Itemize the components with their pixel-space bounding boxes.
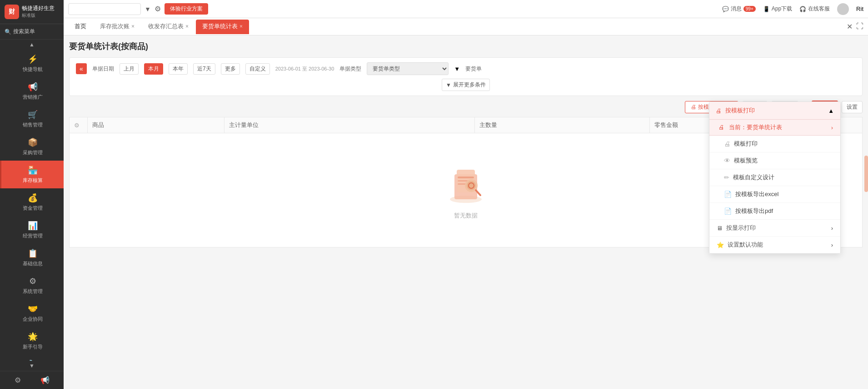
sidebar-item-label: 库存核算	[23, 177, 43, 184]
expand-more-label: 展开更多条件	[453, 81, 486, 89]
sidebar-item-operations[interactable]: 📊 经营管理	[0, 216, 64, 244]
dropdown-section-left: ⭐ 设置默认功能	[717, 241, 763, 249]
date-7days-btn[interactable]: 近7天	[193, 63, 215, 75]
export-pdf-icon: 📄	[724, 207, 732, 215]
basic-icon: 📋	[28, 248, 38, 258]
dropdown-item-export-excel[interactable]: 📄 按模板导出excel	[709, 186, 840, 203]
template-preview-label: 模板预览	[734, 157, 758, 165]
dropdown-item-template-print[interactable]: 🖨 模板打印	[709, 136, 840, 152]
online-service-item[interactable]: 🎧 在线客服	[799, 5, 830, 13]
topbar-search-input[interactable]	[68, 3, 141, 15]
current-item-inner: 🖨 当前：要货单统计表 ›	[718, 123, 833, 131]
phone-icon: 📱	[763, 6, 770, 12]
sidebar-item-sales[interactable]: 🛒 销售管理	[0, 105, 64, 133]
dropdown-chevron-up-icon[interactable]: ▲	[828, 107, 834, 114]
dropdown-item-set-default[interactable]: ⭐ 设置默认功能 ›	[709, 237, 840, 253]
filter-bar: « 单据日期 上月 本月 本年 近7天 更多 自定义 2023-06-01 至 …	[69, 57, 863, 96]
date-more-btn[interactable]: 更多	[221, 63, 240, 75]
sidebar-item-basic[interactable]: 📋 基础信息	[0, 244, 64, 272]
tab-order-summary-label: 要货单统计表	[202, 22, 238, 30]
messages-item[interactable]: 💬 消息 99+	[722, 5, 756, 13]
dropdown-item-left: ✏ 模板自定义设计	[724, 173, 774, 182]
topbar-gear-icon[interactable]: ⚙	[155, 5, 161, 13]
current-chevron-right-icon: ›	[831, 124, 833, 131]
settings-footer-icon[interactable]: ⚙	[15, 376, 21, 384]
print-icon: 🖨	[691, 104, 696, 110]
tab-inventory-batch-label: 库存批次账	[100, 22, 130, 30]
marketing-icon: 📢	[28, 82, 38, 92]
tab-inventory-batch-close[interactable]: ×	[131, 23, 135, 30]
current-printer-icon: 🖨	[718, 124, 724, 131]
tab-order-summary-close[interactable]: ×	[239, 23, 243, 30]
template-design-icon: ✏	[724, 174, 729, 181]
sidebar-item-shortcut[interactable]: ⚡ 快捷导航	[0, 50, 64, 77]
yihuo-label: 要货单	[465, 65, 482, 73]
tab-home[interactable]: 首页	[68, 20, 93, 34]
type-select[interactable]: 要货单类型	[367, 62, 449, 75]
sidebar-item-purchase[interactable]: 📦 采购管理	[0, 133, 64, 161]
sidebar-scroll-up[interactable]: ▲	[0, 40, 64, 50]
table-gear-icon[interactable]: ⚙	[74, 122, 80, 129]
sidebar-item-label: 采购管理	[23, 149, 43, 156]
dropdown-item-template-preview[interactable]: 👁 模板预览	[709, 152, 840, 169]
sidebar-item-marketing[interactable]: 📢 营销推广	[0, 77, 64, 105]
sidebar-scroll-down[interactable]: ▼	[0, 361, 64, 371]
speaker-footer-icon[interactable]: 📢	[40, 376, 50, 384]
date-this-month-btn[interactable]: 本月	[144, 63, 163, 75]
sidebar-item-guide[interactable]: 🌟 新手引导	[0, 327, 64, 355]
empty-illustration	[443, 161, 489, 206]
app-download-item[interactable]: 📱 App下载	[763, 5, 792, 13]
messages-badge: 99+	[743, 6, 756, 12]
inventory-icon: 🏪	[28, 165, 38, 175]
date-this-year-btn[interactable]: 本年	[169, 63, 188, 75]
settings-button[interactable]: 设置	[842, 101, 863, 113]
current-template-item[interactable]: 🖨 当前：要货单统计表 ›	[709, 120, 840, 136]
template-print-label: 模板打印	[734, 140, 758, 148]
sidebar-item-label: 企业协同	[23, 316, 43, 323]
expand-more-icon: ▼	[446, 82, 451, 88]
trial-button[interactable]: 体验行业方案	[165, 3, 208, 15]
sidebar-logo: 财 畅捷通好生意 标准版	[0, 0, 64, 24]
tab-inventory-batch[interactable]: 库存批次账 ×	[94, 20, 141, 34]
sidebar-item-label: 资金管理	[23, 205, 43, 212]
tab-order-summary[interactable]: 要货单统计表 ×	[196, 20, 249, 34]
logo-icon: 财	[5, 5, 19, 19]
filter-row: « 单据日期 上月 本月 本年 近7天 更多 自定义 2023-06-01 至 …	[76, 62, 856, 75]
date-label: 单据日期	[92, 65, 114, 73]
sidebar-item-apps[interactable]: 🔧 应用中心	[0, 355, 64, 361]
template-preview-icon: 👁	[724, 157, 730, 164]
shortcut-icon: ⚡	[28, 54, 38, 64]
message-icon: 💬	[722, 6, 729, 12]
tab-collection-summary[interactable]: 收发存汇总表 ×	[142, 20, 195, 34]
tab-close-all-icon[interactable]: ✕	[847, 22, 853, 31]
user-avatar[interactable]	[837, 3, 849, 15]
sidebar-item-inventory[interactable]: 🏪 库存核算	[0, 161, 64, 188]
dropdown-item-export-pdf[interactable]: 📄 按模板导出pdf	[709, 203, 840, 220]
app-download-label: App下载	[772, 5, 792, 13]
dropdown-item-left: 📄 按模板导出excel	[724, 190, 778, 198]
sidebar-item-finance[interactable]: 💰 资金管理	[0, 188, 64, 216]
empty-text: 暂无数据	[454, 212, 478, 220]
sidebar-item-collab[interactable]: 🤝 企业协同	[0, 299, 64, 327]
dropdown-title: 按模板打印	[725, 106, 755, 115]
template-print-icon: 🖨	[724, 140, 730, 147]
date-last-month-btn[interactable]: 上月	[120, 63, 139, 75]
app-edition: 标准版	[22, 12, 55, 19]
sidebar-item-system[interactable]: ⚙ 系统管理	[0, 272, 64, 299]
headset-icon: 🎧	[799, 6, 806, 12]
topbar-dropdown-arrow[interactable]: ▼	[145, 5, 151, 13]
dropdown-item-display-print[interactable]: 🖥 按显示打印 ›	[709, 220, 840, 237]
tab-collection-summary-close[interactable]: ×	[185, 23, 189, 30]
date-custom-btn[interactable]: 自定义	[245, 63, 270, 75]
right-scrollbar[interactable]	[864, 156, 868, 192]
tabs-actions: ✕ ⛶	[847, 22, 863, 31]
sidebar-nav: ⚡ 快捷导航 📢 营销推广 🛒 销售管理 📦 采购管理 🏪 库存核算 💰 资金管…	[0, 50, 64, 361]
tab-expand-icon[interactable]: ⛶	[856, 22, 863, 31]
col-product-header: 商品	[88, 117, 224, 133]
sidebar-search-item[interactable]: 🔍 搜索菜单	[0, 24, 64, 40]
system-icon: ⚙	[29, 276, 36, 286]
dropdown-header-left: 🖨 按模板打印	[716, 106, 755, 115]
dropdown-item-template-design[interactable]: ✏ 模板自定义设计	[709, 169, 840, 186]
filter-expand-more-button[interactable]: ▼ 展开更多条件	[442, 79, 490, 91]
filter-expand-button[interactable]: «	[76, 63, 87, 74]
